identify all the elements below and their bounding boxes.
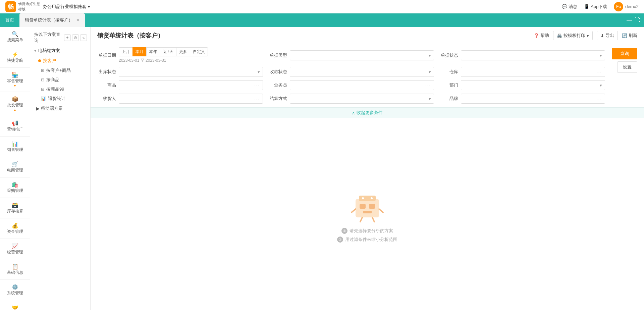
table-icon1: ⊟	[41, 78, 44, 82]
sidebar-item-finance[interactable]: 💰 资金管理	[0, 218, 30, 239]
svg-line-9	[360, 217, 362, 222]
desktop-group-header[interactable]: ▼ 电脑端方案	[30, 46, 90, 56]
svg-rect-3	[363, 211, 372, 213]
sidebar-item-ecommerce[interactable]: 🛒 电商管理	[0, 157, 30, 177]
table-icon2: ⊟	[41, 87, 44, 92]
settlement-input[interactable]: ▾	[290, 94, 434, 104]
collapse-scheme-button[interactable]: «	[80, 34, 87, 41]
refresh-button[interactable]: 🔄 刷新	[622, 33, 637, 39]
collection-cell: 收款状态 ▾	[268, 67, 434, 77]
sidebar-label-wholesale: 批发管理	[1, 102, 29, 108]
svg-point-6	[371, 197, 373, 199]
maximize-button[interactable]: ⛶	[635, 17, 640, 23]
date-buttons: 上月 本月 本年 近7天 更多 自定义	[119, 47, 263, 56]
empty-hint-2: ② 用过滤条件来缩小分析范围	[337, 237, 397, 243]
sidebar-item-inventory[interactable]: 🗃️ 库存核算	[0, 198, 30, 218]
sidebar-item-marketing[interactable]: 📢 营销推广	[0, 116, 30, 137]
sidebar-item-purchase[interactable]: 🛍️ 采购管理	[0, 177, 30, 198]
desktop-group-arrow: ▼	[34, 49, 37, 53]
report-tab-label: 销货单统计表（按客户）	[25, 17, 73, 23]
scheme-item-product-99[interactable]: ⊟ 按商品99	[30, 85, 90, 94]
brand-input[interactable]: ···	[461, 94, 605, 104]
sidebar-item-basic[interactable]: 📋 基础信息	[0, 259, 30, 280]
basic-icon: 📋	[1, 263, 29, 270]
collapse-text: 收起更多条件	[357, 110, 383, 116]
collection-arrow: ▾	[429, 69, 431, 74]
date-btn-more[interactable]: 更多	[176, 47, 190, 56]
app-download-button[interactable]: 📱 App下载	[584, 4, 607, 10]
doc-status-input[interactable]: ▾	[461, 50, 605, 60]
settlement-cell: 结算方式 ▾	[268, 94, 434, 104]
tab-report[interactable]: 销货单统计表（按客户） ✕	[19, 13, 85, 27]
avatar: Ea	[614, 2, 623, 11]
date-btn-last7[interactable]: 近7天	[160, 47, 176, 56]
warehouse-dots: ···	[596, 69, 602, 74]
scheme-item-by-product[interactable]: ⊟ 按商品	[30, 75, 90, 85]
mobile-group-header[interactable]: ▶ 移动端方案	[30, 103, 90, 113]
svg-point-5	[362, 197, 364, 199]
product-input[interactable]: ···	[119, 80, 263, 90]
hint2-num: ②	[337, 237, 343, 243]
export-button[interactable]: ⬇ 导出	[597, 31, 618, 40]
doc-type-cell: 单据类型 ▾	[268, 50, 434, 60]
scheme-item-customer-product[interactable]: ⊞ 按客户+商品	[30, 66, 90, 75]
app-download-label: App下载	[591, 4, 607, 10]
sidebar-item-sales[interactable]: 📊 销售管理	[0, 137, 30, 157]
date-range: 2023-03-01 至 2023-03-31	[119, 58, 263, 63]
print-button[interactable]: 🖨️ 按模板打印 ▾	[553, 31, 593, 40]
message-button[interactable]: 💬 消息	[562, 4, 577, 10]
filter-fields: 单据日期 上月 本月 本年 近7天 更多 自定义	[91, 43, 609, 107]
scheme-item-by-customer[interactable]: 按客户	[30, 56, 90, 66]
sidebar-item-retail[interactable]: 🏪 零售管理 ▼	[0, 68, 30, 92]
settings-scheme-button[interactable]: ⊙	[72, 34, 79, 41]
sidebar-item-system[interactable]: ⚙️ 系统管理	[0, 280, 30, 300]
date-btn-this-month[interactable]: 本月	[132, 47, 146, 56]
outbound-label: 出库状态	[97, 69, 116, 75]
main-layout: 🔍 搜索菜单 ⚡ 快捷导航 🏪 零售管理 ▼ 📦 批发管理 ▲ 📢 营销推广 📊…	[0, 27, 644, 310]
sidebar: 🔍 搜索菜单 ⚡ 快捷导航 🏪 零售管理 ▼ 📦 批发管理 ▲ 📢 营销推广 📊…	[0, 27, 30, 310]
sidebar-label-marketing: 营销推广	[1, 126, 29, 132]
user-menu[interactable]: Ea demo2	[614, 2, 639, 11]
help-label: 帮助	[540, 33, 549, 39]
warehouse-input[interactable]: ···	[461, 67, 605, 77]
help-icon: ❓	[534, 33, 539, 38]
sidebar-item-wholesale[interactable]: 📦 批发管理 ▲	[0, 92, 30, 116]
date-btn-this-year[interactable]: 本年	[146, 47, 160, 56]
date-btn-custom[interactable]: 自定义	[190, 47, 208, 56]
sidebar-item-cooperation[interactable]: 🤝 企业协同	[0, 300, 30, 310]
svg-rect-0	[356, 199, 379, 217]
sidebar-item-quicknav[interactable]: ⚡ 快捷导航	[0, 47, 30, 68]
logo-area: 畅 畅捷通好生意标版	[5, 1, 40, 12]
cooperation-icon: 🤝	[1, 304, 29, 310]
sidebar-item-search[interactable]: 🔍 搜索菜单	[0, 27, 30, 47]
department-input[interactable]: ▾	[461, 80, 605, 90]
salesperson-input[interactable]: ···	[290, 80, 434, 90]
receiver-input[interactable]: ···	[119, 94, 263, 104]
tabbar: 首页 销货单统计表（按客户） ✕ — ⛶	[0, 13, 644, 27]
tab-close-icon[interactable]: ✕	[76, 18, 79, 22]
collapse-bar[interactable]: ∧ 收起更多条件	[91, 107, 644, 118]
marketing-icon: 📢	[1, 120, 29, 126]
help-button[interactable]: ❓ 帮助	[534, 33, 549, 39]
add-scheme-button[interactable]: +	[64, 34, 71, 41]
filter-section: 单据日期 上月 本月 本年 近7天 更多 自定义	[91, 43, 644, 118]
app-select[interactable]: 办公用品行业模拟账套 ▾	[43, 4, 90, 10]
scheme-panel: 按以下方案查询 + ⊙ « ▼ 电脑端方案 按客户 ⊞ 按客户+	[30, 27, 91, 310]
setting-button[interactable]: 设置	[617, 61, 637, 73]
page-title-actions: ❓ 帮助 🖨️ 按模板打印 ▾ ⬇ 导出 🔄 刷新	[534, 31, 637, 40]
empty-state: ① 请先选择要分析的方案 ② 用过滤条件来缩小分析范围	[91, 118, 644, 310]
collection-input[interactable]: ▾	[290, 67, 434, 77]
scheme-item-return-stats[interactable]: 📊 退货统计	[30, 94, 90, 103]
svg-rect-2	[369, 204, 375, 209]
minimize-button[interactable]: —	[627, 17, 632, 23]
tab-home[interactable]: 首页	[0, 13, 19, 27]
username: demo2	[625, 4, 639, 9]
date-btn-last-month[interactable]: 上月	[119, 47, 132, 56]
header: 畅 畅捷通好生意标版 办公用品行业模拟账套 ▾ 💬 消息 📱 App下载 Ea …	[0, 0, 644, 13]
message-label: 消息	[569, 4, 577, 10]
sidebar-item-operation[interactable]: 📈 经营管理	[0, 239, 30, 259]
doc-type-input[interactable]: ▾	[290, 50, 434, 60]
salesperson-cell: 业务员 ···	[268, 80, 434, 90]
query-button[interactable]: 查询	[612, 48, 637, 59]
outbound-input[interactable]: ▾	[119, 67, 263, 77]
